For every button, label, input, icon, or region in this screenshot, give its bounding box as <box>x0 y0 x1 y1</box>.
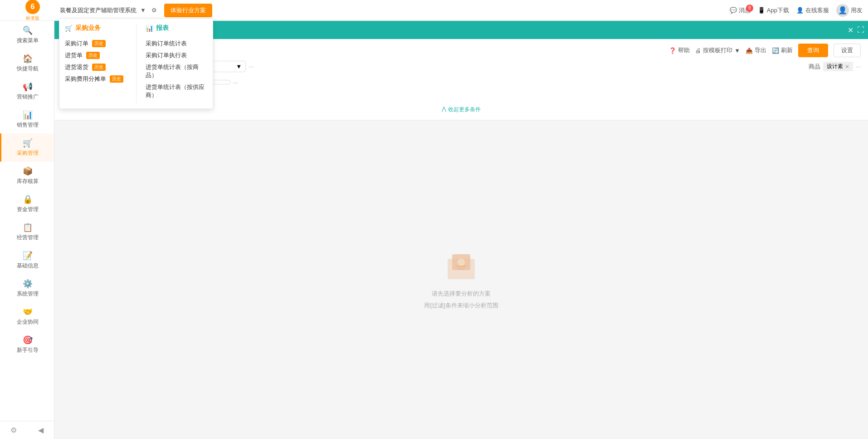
sidebar-label-purchase: 采购管理 <box>17 149 39 157</box>
help-action[interactable]: ❓ 帮助 <box>669 46 690 54</box>
tab-close-all-icon[interactable]: ✕ <box>848 26 853 35</box>
system-dropdown-icon[interactable]: ▼ <box>140 7 146 14</box>
purchase-section-title: 采购业务 <box>75 24 101 32</box>
online-service-item[interactable]: 👤 在线客服 <box>796 6 829 15</box>
purchase-order-history-badge: 历史 <box>92 40 106 47</box>
settings-icon[interactable]: ⚙ <box>151 7 157 14</box>
sidebar-item-quick-nav[interactable]: 🏠 快捷导航 <box>0 49 54 77</box>
salesperson-dots[interactable]: ··· <box>233 79 238 86</box>
svg-rect-4 <box>458 268 464 270</box>
report-section-header: 📊 报表 <box>146 24 208 35</box>
menu-item-report-supplier-stat[interactable]: 进货单统计表（按供应商） <box>146 83 208 99</box>
user-avatar: 👤 <box>836 4 849 17</box>
enterprise-icon: 🤝 <box>23 307 33 317</box>
sidebar-item-sales[interactable]: 📊 销售管理 <box>0 105 54 133</box>
doc-status-dots[interactable]: ··· <box>249 63 254 70</box>
sidebar-label-guide: 新手引导 <box>17 346 39 354</box>
menu-item-purchase-in[interactable]: 进货单 历史 <box>65 51 127 59</box>
menu-divider <box>136 24 137 103</box>
export-label: 导出 <box>755 46 766 54</box>
purchase-expense-history-badge: 历史 <box>110 75 123 83</box>
sidebar-label-finance: 资金管理 <box>17 206 39 213</box>
system-title: 装餐及固定资产辅助管理系统 <box>60 6 137 15</box>
empty-illustration <box>443 250 479 286</box>
goods-tag-close-icon[interactable]: ✕ <box>845 64 849 70</box>
collapse-label: 收起更多条件 <box>448 106 481 113</box>
header-right: 💬 消息 9 📱 App下载 👤 在线客服 👤 用友 <box>730 4 863 17</box>
print-action[interactable]: 🖨 按模板打印 ▼ <box>695 46 740 54</box>
refresh-action[interactable]: 🔄 刷新 <box>772 46 793 54</box>
query-button[interactable]: 查询 <box>798 44 828 57</box>
sidebar-item-system[interactable]: ⚙️ 系统管理 <box>0 274 54 302</box>
sidebar: 🔍 搜索菜单 🏠 快捷导航 📢 营销推广 📊 销售管理 🛒 采购管理 📦 库存核… <box>0 21 54 439</box>
purchase-icon: 🛒 <box>23 138 33 148</box>
logo-area: 6 标准版 <box>5 0 60 21</box>
sales-icon: 📊 <box>23 110 33 120</box>
empty-text-2: 用[过滤]条件来缩小分析范围 <box>424 301 498 310</box>
user-label: 用友 <box>851 6 863 15</box>
sidebar-item-finance[interactable]: 🔒 资金管理 <box>0 190 54 218</box>
export-action[interactable]: 📤 导出 <box>746 46 766 54</box>
sidebar-item-marketing[interactable]: 📢 营销推广 <box>0 77 54 105</box>
goods-tag: 设计素 ✕ <box>823 62 853 71</box>
sidebar-collapse-icon[interactable]: ◀ <box>38 426 44 434</box>
goods-dots[interactable]: ··· <box>856 63 861 70</box>
sidebar-item-inventory[interactable]: 📦 库存核算 <box>0 162 54 190</box>
print-dropdown-icon[interactable]: ▼ <box>734 47 740 54</box>
notification-icon: 💬 <box>730 7 737 14</box>
set-button[interactable]: 设置 <box>834 44 861 57</box>
report-menu-section: 📊 报表 采购订单统计表 采购订单执行表 进货单统计表（按商品） 进货单统计表（… <box>146 24 208 103</box>
purchase-expense-label: 采购费用分摊单 <box>65 75 106 83</box>
online-service-label: 在线客服 <box>805 6 829 15</box>
menu-item-report-order-exec[interactable]: 采购订单执行表 <box>146 51 208 59</box>
system-title-area: 装餐及固定资产辅助管理系统 ▼ ⚙ 体验行业方案 <box>60 4 730 17</box>
tab-fullscreen-icon[interactable]: ⛶ <box>857 26 864 35</box>
basic-info-icon: 📝 <box>23 251 33 261</box>
report-order-exec-label: 采购订单执行表 <box>146 51 187 59</box>
sidebar-item-purchase[interactable]: 🛒 采购管理 <box>0 133 54 162</box>
report-section-icon: 📊 <box>146 25 153 32</box>
empty-text-1: 请先选择要分析的方案 <box>432 290 491 298</box>
report-section-title: 报表 <box>156 24 169 32</box>
purchase-dropdown-menu: 🛒 采购业务 采购订单 历史 进货单 历史 进货退货 历史 采购费用分摊单 历史… <box>59 18 213 109</box>
notification-item[interactable]: 💬 消息 9 <box>730 6 751 15</box>
app-download-label: App下载 <box>767 6 789 15</box>
menu-item-purchase-return[interactable]: 进货退货 历史 <box>65 63 127 71</box>
finance-icon: 🔒 <box>23 194 33 204</box>
system-icon: ⚙️ <box>23 279 33 289</box>
print-icon: 🖨 <box>695 47 701 54</box>
sidebar-item-enterprise[interactable]: 🤝 企业协同 <box>0 302 54 330</box>
sidebar-settings-icon[interactable]: ⚙ <box>10 426 17 434</box>
home-icon: 🏠 <box>23 54 33 64</box>
app-download-item[interactable]: 📱 App下载 <box>758 6 789 15</box>
purchase-section-header: 🛒 采购业务 <box>65 24 127 35</box>
help-label: 帮助 <box>678 46 690 54</box>
search-icon: 🔍 <box>23 25 33 35</box>
menu-item-report-goods-stat[interactable]: 进货单统计表（按商品） <box>146 63 208 79</box>
collapse-chevron-icon: ⋀ <box>442 106 446 113</box>
inventory-icon: 📦 <box>23 166 33 176</box>
logo-subtitle: 标准版 <box>26 15 39 21</box>
sidebar-label-inventory: 库存核算 <box>17 178 39 185</box>
sidebar-item-guide[interactable]: 🎯 新手引导 <box>0 330 54 359</box>
report-supplier-stat-label: 进货单统计表（按供应商） <box>146 83 208 99</box>
purchase-return-label: 进货退货 <box>65 63 88 71</box>
menu-item-report-order-stat[interactable]: 采购订单统计表 <box>146 39 208 48</box>
purchase-in-history-badge: 历史 <box>86 52 100 59</box>
sidebar-item-basic-info[interactable]: 📝 基础信息 <box>0 246 54 274</box>
sidebar-label-sales: 销售管理 <box>17 121 39 129</box>
export-icon: 📤 <box>746 47 753 54</box>
menu-item-purchase-order[interactable]: 采购订单 历史 <box>65 39 127 48</box>
purchase-menu-section: 🛒 采购业务 采购订单 历史 进货单 历史 进货退货 历史 采购费用分摊单 历史 <box>65 24 127 103</box>
menu-item-purchase-expense[interactable]: 采购费用分摊单 历史 <box>65 75 127 83</box>
marketing-icon: 📢 <box>23 82 33 92</box>
sidebar-label-basic-info: 基础信息 <box>17 262 39 270</box>
print-label: 按模板打印 <box>703 46 732 54</box>
sidebar-item-search[interactable]: 🔍 搜索菜单 <box>0 21 54 49</box>
mobile-icon: 📱 <box>758 7 765 14</box>
sidebar-item-operations[interactable]: 📋 经营管理 <box>0 218 54 246</box>
industry-button[interactable]: 体验行业方案 <box>164 4 212 17</box>
sidebar-label-operations: 经营管理 <box>17 234 39 242</box>
user-item[interactable]: 👤 用友 <box>836 4 863 17</box>
purchase-in-label: 进货单 <box>65 51 83 59</box>
